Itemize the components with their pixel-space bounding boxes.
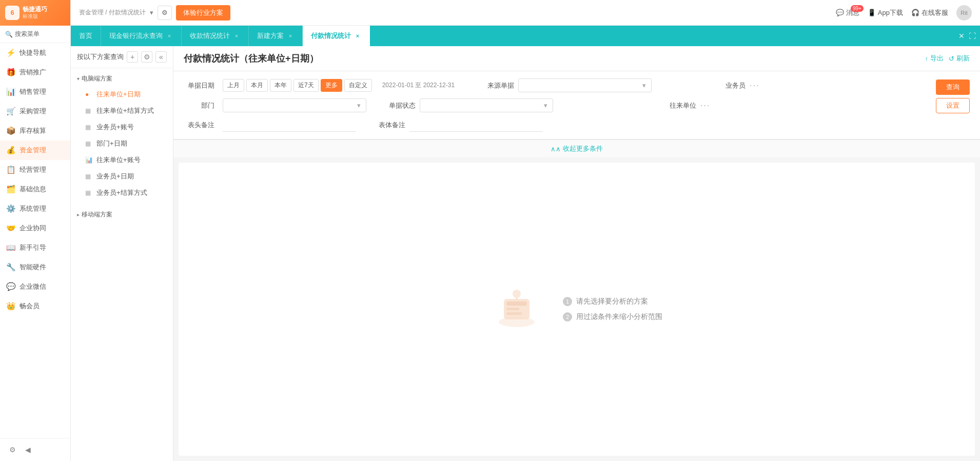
tab-expand-btn[interactable]: ⛶	[969, 32, 976, 40]
sidebar-footer: ⚙ ◀	[0, 438, 70, 461]
desktop-group-title[interactable]: 电脑端方案	[71, 71, 173, 86]
scheme-item-partner-account[interactable]: 📊 往来单位+账号	[71, 152, 173, 168]
sidebar-item-guide[interactable]: 📖 新手引导	[0, 238, 70, 257]
scheme-settings-btn[interactable]: ⚙	[141, 51, 152, 63]
sidebar-item-operations[interactable]: 📋 经营管理	[0, 160, 70, 179]
empty-tips: 1 请先选择要分析的方案 2 用过滤条件来缩小分析范围	[563, 297, 662, 322]
doc-status-label: 单据状态	[385, 101, 416, 110]
operations-icon: 📋	[6, 165, 15, 174]
staff-select[interactable]: ···	[750, 81, 759, 90]
left-panel-title: 按以下方案查询	[77, 52, 124, 62]
scheme-item-partner-settle[interactable]: ▦ 往来单位+结算方式	[71, 103, 173, 119]
sidebar-item-finance[interactable]: 💰 资金管理	[0, 141, 70, 160]
dept-select[interactable]: ▾	[223, 98, 366, 112]
sidebar-collapse-btn[interactable]: ◀	[22, 444, 34, 456]
date-btn-last-7[interactable]: 近7天	[293, 79, 319, 92]
tip-num-1: 1	[563, 297, 572, 306]
body-note-input[interactable]	[409, 118, 543, 132]
tab-cash-flow[interactable]: 现金银行流水查询 ×	[101, 26, 182, 46]
desktop-group-arrow	[77, 76, 80, 82]
scheme-item-staff-account[interactable]: ▦ 业务员+账号	[71, 119, 173, 135]
scheme-collapse-btn[interactable]: «	[155, 51, 167, 63]
sidebar-item-purchase[interactable]: 🛒 采购管理	[0, 102, 70, 121]
tab-close-payment-stats[interactable]: ×	[354, 32, 361, 39]
date-btn-prev-month[interactable]: 上月	[223, 79, 244, 92]
sidebar-header: 6 畅捷通巧 标准版	[0, 0, 70, 26]
sidebar-item-hardware[interactable]: 🔧 智能硬件	[0, 257, 70, 277]
filter-row-3: 表头备注 表体备注	[184, 118, 928, 132]
basic-info-icon: 🗂️	[6, 185, 15, 194]
collapse-conditions-btn[interactable]: ∧∧ 收起更多条件	[184, 144, 970, 153]
date-btn-more[interactable]: 更多	[321, 79, 342, 92]
add-scheme-btn[interactable]: +	[127, 51, 138, 63]
filter-settings-btn[interactable]: 设置	[936, 98, 970, 113]
app-icon: 📱	[868, 9, 876, 16]
scheme-item-staff-date[interactable]: ▦ 业务员+日期	[71, 168, 173, 185]
tab-receipt-stats[interactable]: 收款情况统计 ×	[182, 26, 249, 46]
scheme-item-staff-settle[interactable]: ▦ 业务员+结算方式	[71, 185, 173, 201]
sidebar-item-quick-nav[interactable]: ⚡ 快捷导航	[0, 43, 70, 63]
sidebar-item-marketing[interactable]: 🎁 营销推广	[0, 63, 70, 82]
tab-close-receipt-stats[interactable]: ×	[233, 32, 240, 39]
date-range: 2022-01-01 至 2022-12-31	[382, 81, 455, 90]
quick-nav-icon: ⚡	[6, 48, 15, 57]
sidebar-item-system[interactable]: ⚙️ 系统管理	[0, 199, 70, 218]
page-header: 付款情况统计（往来单位+日期） ↑ 导出 ↺ 刷新	[173, 46, 980, 71]
message-icon: 💬	[836, 9, 844, 16]
sidebar-item-inventory[interactable]: 📦 库存核算	[0, 121, 70, 141]
staff-account-icon: ▦	[85, 124, 93, 131]
sidebar-item-sales[interactable]: 📊 销售管理	[0, 82, 70, 102]
trial-btn[interactable]: 体验行业方案	[176, 5, 230, 21]
source-dropdown-icon: ▾	[642, 82, 646, 89]
scheme-item-dept-date[interactable]: ▦ 部门+日期	[71, 135, 173, 152]
sidebar-item-member[interactable]: 👑 畅会员	[0, 296, 70, 316]
collapse-bar: ∧∧ 收起更多条件	[173, 139, 980, 157]
logo-text: 畅捷通巧	[23, 6, 47, 13]
desktop-scheme-group: 电脑端方案 ● 往来单位+日期 ▦ 往来单位+结算方式 ▦ 业务员+账号 ▦ 部…	[71, 68, 173, 204]
source-select[interactable]: ▾	[518, 78, 652, 92]
sidebar-version: 标准版	[23, 13, 47, 20]
partner-date-icon: ●	[85, 91, 93, 98]
tab-home[interactable]: 首页	[71, 26, 101, 46]
topbar-gear-btn[interactable]: ⚙	[158, 6, 172, 20]
sales-icon: 📊	[6, 87, 15, 96]
search-menu[interactable]: 🔍 搜索菜单	[0, 26, 70, 43]
scheme-item-partner-date[interactable]: ● 往来单位+日期	[71, 86, 173, 103]
tab-close-all-btn[interactable]: ✕	[958, 32, 965, 40]
partner-select[interactable]: ···	[700, 101, 710, 110]
topbar: 资金管理 / 付款情况统计 ▾ ⚙ 体验行业方案 💬 消息 99+ 📱 App下…	[71, 0, 980, 26]
page-header-actions: ↑ 导出 ↺ 刷新	[925, 54, 970, 63]
doc-status-select[interactable]: ▾	[420, 98, 553, 112]
refresh-btn[interactable]: ↺ 刷新	[949, 54, 970, 63]
export-icon: ↑	[925, 55, 929, 63]
sidebar-item-basic-info[interactable]: 🗂️ 基础信息	[0, 179, 70, 199]
sidebar: 6 畅捷通巧 标准版 🔍 搜索菜单 ⚡ 快捷导航 🎁 营销推广 📊 销售管理 🛒…	[0, 0, 71, 461]
tab-close-cash-flow[interactable]: ×	[166, 32, 173, 39]
online-service-btn[interactable]: 🎧 在线客服	[911, 8, 948, 17]
page-title: 付款情况统计（往来单位+日期）	[184, 52, 319, 65]
tab-close-new-plan[interactable]: ×	[287, 32, 294, 39]
mobile-scheme-group: 移动端方案	[71, 204, 173, 225]
message-btn[interactable]: 💬 消息 99+	[836, 8, 859, 17]
guide-icon: 📖	[6, 243, 15, 252]
tab-new-plan[interactable]: 新建方案 ×	[249, 26, 303, 46]
tab-payment-stats[interactable]: 付款情况统计 ×	[303, 26, 370, 46]
export-btn[interactable]: ↑ 导出	[925, 54, 944, 63]
dept-date-icon: ▦	[85, 140, 93, 147]
topbar-left: 资金管理 / 付款情况统计 ▾ ⚙ 体验行业方案	[79, 5, 830, 21]
sidebar-item-wechat[interactable]: 💬 企业微信	[0, 277, 70, 296]
app-download-btn[interactable]: 📱 App下载	[868, 8, 903, 17]
user-avatar[interactable]: Rit	[956, 5, 972, 21]
main-area: 资金管理 / 付款情况统计 ▾ ⚙ 体验行业方案 💬 消息 99+ 📱 App下…	[71, 0, 980, 461]
sidebar-item-cooperation[interactable]: 🤝 企业协同	[0, 218, 70, 238]
query-btn[interactable]: 查询	[936, 79, 970, 95]
sidebar-settings-btn[interactable]: ⚙	[6, 444, 18, 456]
topbar-dropdown-icon[interactable]: ▾	[150, 9, 153, 16]
date-btn-custom[interactable]: 自定义	[344, 79, 372, 92]
date-btn-this-year[interactable]: 本年	[270, 79, 291, 92]
date-btn-this-month[interactable]: 本月	[246, 79, 268, 92]
inventory-icon: 📦	[6, 126, 15, 135]
mobile-group-title[interactable]: 移动端方案	[71, 207, 173, 222]
header-note-input[interactable]	[223, 118, 356, 132]
empty-tip-1: 1 请先选择要分析的方案	[563, 297, 662, 306]
